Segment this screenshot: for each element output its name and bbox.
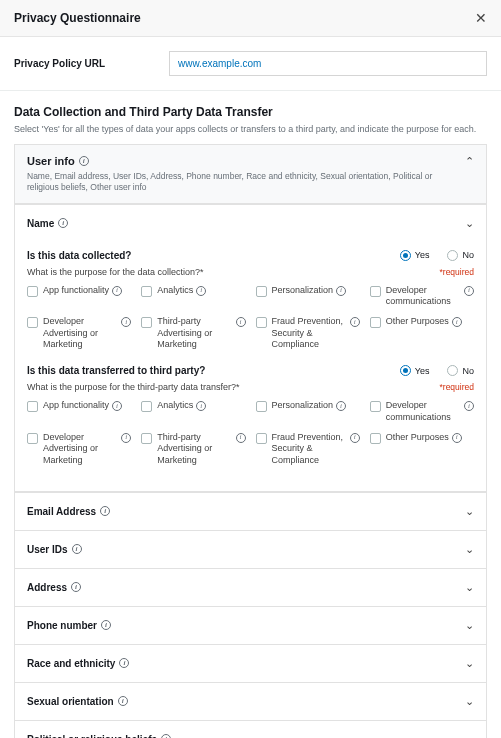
info-icon: i — [452, 433, 462, 443]
sub-accordion-address[interactable]: Addressi ⌄ — [15, 568, 486, 606]
info-icon: i — [350, 317, 360, 327]
checkbox-thirdparty-advertising[interactable]: Third-party Advertising or Marketingi — [141, 316, 245, 351]
panel-title: User info i — [27, 155, 465, 167]
info-icon: i — [464, 401, 474, 411]
checkbox-fraud-prevention[interactable]: Fraud Prevention, Security & Compliancei — [256, 432, 360, 467]
chevron-down-icon[interactable]: ⌄ — [465, 695, 474, 708]
privacy-url-label: Privacy Policy URL — [14, 58, 169, 69]
question-transferred: Is this data transferred to third party? — [27, 365, 205, 376]
dialog-header: Privacy Questionnaire ✕ — [0, 0, 501, 37]
checkbox-app-functionality[interactable]: App functionalityi — [27, 400, 131, 423]
chevron-down-icon[interactable]: ⌄ — [465, 581, 474, 594]
sub-accordion-userids[interactable]: User IDsi ⌄ — [15, 530, 486, 568]
radio-yes[interactable]: Yes — [400, 365, 430, 376]
info-icon: i — [196, 401, 206, 411]
question-collected: Is this data collected? — [27, 250, 131, 261]
info-icon: i — [112, 401, 122, 411]
privacy-url-input[interactable] — [169, 51, 487, 76]
chevron-down-icon[interactable]: ⌄ — [465, 657, 474, 670]
info-icon[interactable]: i — [58, 218, 68, 228]
chevron-down-icon[interactable]: ⌄ — [465, 505, 474, 518]
info-icon[interactable]: i — [72, 544, 82, 554]
sub-accordion-race[interactable]: Race and ethnicityi ⌄ — [15, 644, 486, 682]
purpose-question-collected: What is the purpose for the data collect… — [27, 267, 204, 277]
radio-group-transferred: Yes No — [400, 365, 474, 376]
purpose-question-transferred: What is the purpose for the third-party … — [27, 382, 240, 392]
dialog-title: Privacy Questionnaire — [14, 11, 141, 25]
chevron-up-icon[interactable]: ⌃ — [465, 155, 474, 168]
checkbox-thirdparty-advertising[interactable]: Third-party Advertising or Marketingi — [141, 432, 245, 467]
chevron-down-icon[interactable]: ⌄ — [465, 543, 474, 556]
radio-no[interactable]: No — [447, 250, 474, 261]
checkbox-personalization[interactable]: Personalizationi — [256, 400, 360, 423]
panel-subtitle: Name, Email address, User IDs, Address, … — [27, 171, 457, 193]
chevron-down-icon[interactable]: ⌄ — [465, 217, 474, 230]
info-icon[interactable]: i — [79, 156, 89, 166]
checkbox-fraud-prevention[interactable]: Fraud Prevention, Security & Compliancei — [256, 316, 360, 351]
section-title: Data Collection and Third Party Data Tra… — [14, 105, 487, 119]
checkbox-personalization[interactable]: Personalizationi — [256, 285, 360, 308]
required-label: *required — [440, 382, 475, 392]
info-icon: i — [121, 433, 131, 443]
info-icon: i — [350, 433, 360, 443]
checkbox-developer-advertising[interactable]: Developer Advertising or Marketingi — [27, 316, 131, 351]
info-icon: i — [336, 401, 346, 411]
panel-header[interactable]: User info i Name, Email address, User ID… — [15, 145, 486, 204]
radio-yes[interactable]: Yes — [400, 250, 430, 261]
checkbox-analytics[interactable]: Analyticsi — [141, 285, 245, 308]
checkbox-developer-comms[interactable]: Developer communicationsi — [370, 400, 474, 423]
info-icon[interactable]: i — [100, 506, 110, 516]
checkbox-other-purposes[interactable]: Other Purposesi — [370, 316, 474, 351]
close-button[interactable]: ✕ — [475, 10, 487, 26]
checkbox-other-purposes[interactable]: Other Purposesi — [370, 432, 474, 467]
info-icon[interactable]: i — [71, 582, 81, 592]
info-icon: i — [236, 317, 246, 327]
chevron-down-icon[interactable]: ⌄ — [465, 619, 474, 632]
info-icon[interactable]: i — [161, 734, 171, 738]
sub-accordion-political-religious[interactable]: Political or religious beliefsi ⌄ — [15, 720, 486, 738]
info-icon: i — [196, 286, 206, 296]
sub-accordion-email[interactable]: Email Addressi ⌄ — [15, 492, 486, 530]
sub-accordion-name[interactable]: Name i ⌄ — [15, 204, 486, 242]
checkbox-analytics[interactable]: Analyticsi — [141, 400, 245, 423]
sub-accordion-sexual-orientation[interactable]: Sexual orientationi ⌄ — [15, 682, 486, 720]
section-header: Data Collection and Third Party Data Tra… — [0, 91, 501, 144]
user-info-panel: User info i Name, Email address, User ID… — [14, 144, 487, 738]
radio-no[interactable]: No — [447, 365, 474, 376]
info-icon[interactable]: i — [118, 696, 128, 706]
required-label: *required — [440, 267, 475, 277]
checkbox-developer-comms[interactable]: Developer communicationsi — [370, 285, 474, 308]
checkbox-grid-collected: App functionalityi Analyticsi Personaliz… — [27, 285, 474, 351]
name-expanded-content: Is this data collected? Yes No What is t… — [15, 250, 486, 479]
info-icon: i — [112, 286, 122, 296]
section-desc: Select 'Yes' for all the types of data y… — [14, 123, 487, 136]
sub-title-name: Name i — [27, 218, 68, 229]
radio-group-collected: Yes No — [400, 250, 474, 261]
privacy-url-row: Privacy Policy URL — [0, 37, 501, 91]
sub-accordion-phone[interactable]: Phone numberi ⌄ — [15, 606, 486, 644]
chevron-down-icon[interactable]: ⌄ — [465, 733, 474, 738]
checkbox-grid-transferred: App functionalityi Analyticsi Personaliz… — [27, 400, 474, 466]
info-icon[interactable]: i — [119, 658, 129, 668]
checkbox-app-functionality[interactable]: App functionalityi — [27, 285, 131, 308]
info-icon: i — [236, 433, 246, 443]
info-icon: i — [121, 317, 131, 327]
info-icon[interactable]: i — [101, 620, 111, 630]
info-icon: i — [452, 317, 462, 327]
checkbox-developer-advertising[interactable]: Developer Advertising or Marketingi — [27, 432, 131, 467]
info-icon: i — [336, 286, 346, 296]
info-icon: i — [464, 286, 474, 296]
